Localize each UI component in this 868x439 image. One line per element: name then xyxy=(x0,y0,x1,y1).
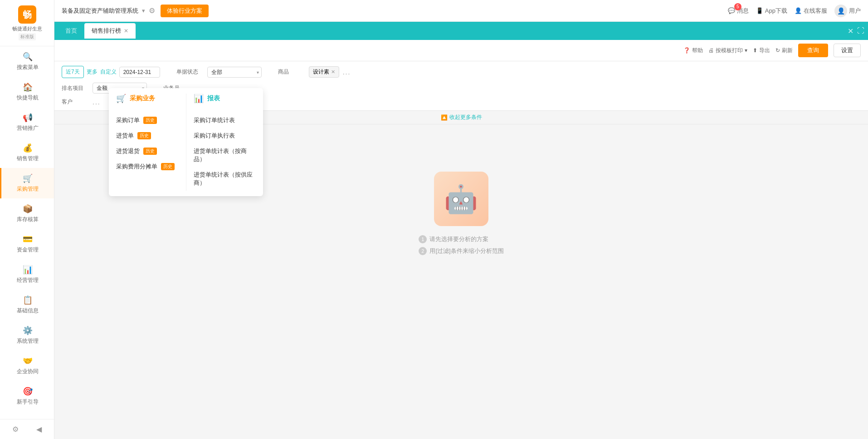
tab-close-btn[interactable]: ✕ xyxy=(124,28,128,34)
refresh-label: 刷新 xyxy=(782,47,793,54)
customer-label: 客户 xyxy=(62,98,89,106)
sidebar-footer: ⚙ ◀ xyxy=(0,419,54,439)
sidebar-item-label: 营销推广 xyxy=(17,124,39,132)
tab-close-all-btn[interactable]: ✕ xyxy=(848,27,853,35)
tab-right-actions: ✕ ⛶ xyxy=(848,27,864,35)
doc-status-select[interactable]: 全部 xyxy=(207,67,262,78)
sidebar-item-quicknav[interactable]: 🏠 快捷导航 xyxy=(0,77,54,107)
refresh-btn[interactable]: ↻ 刷新 xyxy=(775,47,793,54)
settings-button[interactable]: 设置 xyxy=(834,44,861,57)
sidebar-item-operations[interactable]: 📊 经营管理 xyxy=(0,259,54,290)
dropdown-item-inbound-goods-stats[interactable]: 进货单统计表（按商品） xyxy=(194,143,256,167)
query-button[interactable]: 查询 xyxy=(798,44,828,57)
message-btn[interactable]: 💬 消息 5 xyxy=(728,7,749,15)
po-exec-label: 采购订单执行表 xyxy=(194,132,235,140)
message-icon: 💬 xyxy=(728,7,735,14)
hint-text-2: 用[过滤]条件来缩小分析范围 xyxy=(429,247,503,255)
system-dropdown-btn[interactable]: ▾ xyxy=(142,7,145,14)
logo-text: 畅捷通好生意 xyxy=(12,25,42,32)
dropdown-menu: 🛒 采购业务 采购订单 历史 进货单 历史 xyxy=(109,88,263,196)
dropdown-item-po-stats[interactable]: 采购订单统计表 xyxy=(194,113,256,128)
industry-btn[interactable]: 体验行业方案 xyxy=(161,5,209,17)
user-btn[interactable]: 👤 用户 xyxy=(834,5,861,17)
tab-sales-ranking[interactable]: 销售排行榜 ✕ xyxy=(84,23,136,39)
dropdown-item-inbound[interactable]: 进货单 历史 xyxy=(116,128,179,143)
header-settings-icon[interactable]: ⚙ xyxy=(149,6,155,15)
sidebar-item-sales[interactable]: 💰 销售管理 xyxy=(0,138,54,168)
purchase-col-header: 🛒 采购业务 xyxy=(116,94,179,107)
sidebar-item-label: 企业协同 xyxy=(17,368,39,375)
tab-fullscreen-btn[interactable]: ⛶ xyxy=(857,27,864,35)
inventory-icon: 📦 xyxy=(23,204,33,214)
help-btn[interactable]: ❓ 帮助 xyxy=(683,47,703,54)
inbound-return-label: 进货退货 xyxy=(116,147,140,155)
message-badge: 5 xyxy=(734,3,741,10)
top-header: 装备及固定资产辅助管理系统 ▾ ⚙ 体验行业方案 💬 消息 5 📱 App下载 … xyxy=(54,0,868,22)
sidebar-item-marketing[interactable]: 📢 营销推广 xyxy=(0,107,54,138)
dropdown-item-inbound-supplier-stats[interactable]: 进货单统计表（按供应商） xyxy=(194,167,256,191)
logo-icon: 畅 xyxy=(18,5,36,24)
inbound-goods-stats-label: 进货单统计表（按商品） xyxy=(194,147,256,163)
sidebar: 畅 畅捷通好生意 标准版 🔍 搜索菜单 🏠 快捷导航 📢 营销推广 💰 销售管理 xyxy=(0,0,54,439)
marketing-icon: 📢 xyxy=(23,113,33,123)
dropdown-item-inbound-return[interactable]: 进货退货 历史 xyxy=(116,143,179,159)
sidebar-item-search[interactable]: 🔍 搜索菜单 xyxy=(0,46,54,77)
collapse-label: 收起更多条件 xyxy=(449,113,482,121)
date-filter: 近7天 更多 自定义 2024-12-31 xyxy=(62,66,160,78)
sales-icon: 💰 xyxy=(23,143,33,153)
help-icon: ❓ xyxy=(683,47,690,54)
sidebar-item-basic[interactable]: 📋 基础信息 xyxy=(0,290,54,320)
hint-num-1: 1 xyxy=(419,235,427,243)
goods-more-btn[interactable]: ... xyxy=(343,69,351,76)
date-preset-7days[interactable]: 近7天 xyxy=(62,66,84,78)
sidebar-item-finance[interactable]: 💳 资金管理 xyxy=(0,229,54,259)
goods-tag-close[interactable]: ✕ xyxy=(331,69,335,75)
sidebar-item-purchase[interactable]: 🛒 采购管理 xyxy=(0,168,54,198)
doc-status-filter: 单据状态 全部 xyxy=(176,67,262,78)
customer-more-btn[interactable]: ... xyxy=(93,99,101,106)
sidebar-item-collab[interactable]: 🤝 企业协同 xyxy=(0,350,54,381)
app-download-label: App下载 xyxy=(765,7,787,15)
date-input[interactable]: 2024-12-31 xyxy=(119,67,160,78)
sidebar-settings-btn[interactable]: ⚙ xyxy=(12,425,19,434)
sidebar-item-newbie[interactable]: 🎯 新手引导 xyxy=(0,381,54,411)
dropdown-item-po-exec[interactable]: 采购订单执行表 xyxy=(194,128,256,143)
app-download-btn[interactable]: 📱 App下载 xyxy=(756,7,787,15)
toolbar: ❓ 帮助 🖨 按模板打印 ▾ ⬆ 导出 ↻ 刷新 xyxy=(54,40,868,61)
purchase-order-label: 采购订单 xyxy=(116,116,140,124)
tab-home-label: 首页 xyxy=(65,27,77,35)
collapse-up-icon: 🔼 xyxy=(441,114,448,121)
empty-hint-2: 2 用[过滤]条件来缩小分析范围 xyxy=(419,247,503,255)
date-more-btn[interactable]: 更多 xyxy=(87,68,98,76)
online-service-btn[interactable]: 👤 在线客服 xyxy=(795,7,827,15)
customer-filter: 客户 ... xyxy=(62,98,101,106)
empty-state-content: 🤖 1 请先选择要分析的方案 2 用[过滤]条件来缩小分析范围 xyxy=(419,172,503,259)
dropdown-item-purchase-order[interactable]: 采购订单 历史 xyxy=(116,113,179,128)
doc-status-select-wrap: 全部 xyxy=(207,67,262,78)
collab-icon: 🤝 xyxy=(23,356,33,366)
sidebar-item-label: 新手引导 xyxy=(17,398,39,406)
sidebar-collapse-btn[interactable]: ◀ xyxy=(36,425,42,434)
app-logo[interactable]: 畅 畅捷通好生意 标准版 xyxy=(0,0,54,46)
history-badge-2: 历史 xyxy=(143,148,157,155)
dropdown-purchase-col: 🛒 采购业务 采购订单 历史 进货单 历史 xyxy=(109,94,186,191)
goods-label: 商品 xyxy=(278,68,305,76)
tab-home[interactable]: 首页 xyxy=(58,23,84,39)
basic-icon: 📋 xyxy=(23,295,33,305)
operations-icon: 📊 xyxy=(23,265,33,275)
date-custom-btn[interactable]: 自定义 xyxy=(100,68,117,76)
print-btn[interactable]: 🖨 按模板打印 ▾ xyxy=(708,47,747,54)
dropdown-item-purchase-expense[interactable]: 采购费用分摊单 历史 xyxy=(116,159,179,174)
history-badge-0: 历史 xyxy=(143,117,157,124)
online-service-label: 在线客服 xyxy=(804,7,827,15)
sidebar-item-inventory[interactable]: 📦 库存核算 xyxy=(0,198,54,229)
collapse-btn[interactable]: 🔼 收起更多条件 xyxy=(441,113,482,121)
newbie-icon: 🎯 xyxy=(23,386,33,396)
dropdown-report-col: 📊 报表 采购订单统计表 采购订单执行表 进货单统计表（按商品） xyxy=(186,94,263,191)
report-col-icon: 📊 xyxy=(194,94,204,104)
purchase-icon: 🛒 xyxy=(23,173,33,183)
export-btn[interactable]: ⬆ 导出 xyxy=(753,47,770,54)
inbound-supplier-stats-label: 进货单统计表（按供应商） xyxy=(194,171,256,187)
sidebar-item-system[interactable]: ⚙️ 系统管理 xyxy=(0,320,54,350)
goods-tag-value: 设计素 xyxy=(313,68,329,76)
